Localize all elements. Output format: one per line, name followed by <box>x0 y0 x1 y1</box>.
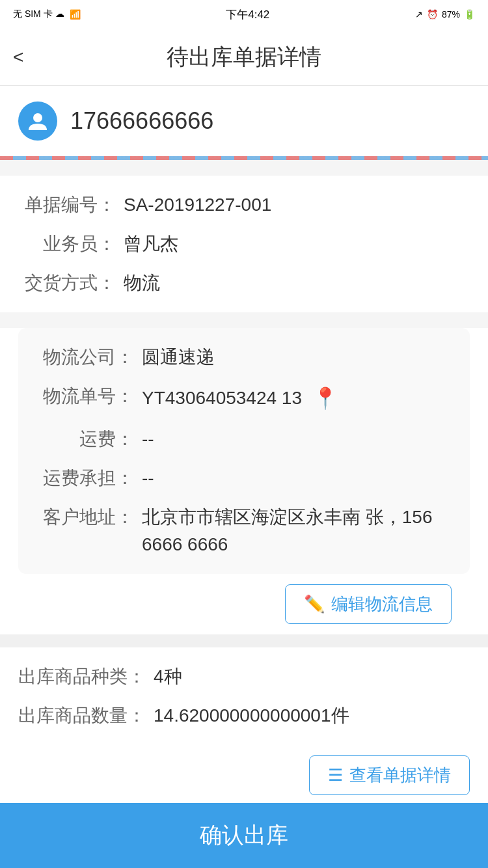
location-status-icon: ↗ <box>415 9 423 20</box>
address-row: 客户地址： 北京市市辖区海淀区永丰南 张，156 6666 6666 <box>36 504 452 558</box>
battery-icon: 🔋 <box>464 9 475 20</box>
status-bar: 无 SIM 卡 ☁ 📶 下午4:42 ↗ ⏰ 87% 🔋 <box>0 0 488 29</box>
order-info-section: 单据编号： SA-20191227-001 业务员： 曾凡杰 交货方式： 物流 <box>0 176 488 312</box>
nav-bar: < 待出库单据详情 <box>0 29 488 86</box>
page-title: 待出库单据详情 <box>167 42 321 72</box>
product-type-value: 4种 <box>154 663 470 690</box>
freight-bearer-label: 运费承担： <box>36 465 134 492</box>
delivery-method-row: 交货方式： 物流 <box>18 269 470 297</box>
customer-phone: 17666666666 <box>70 107 213 135</box>
freight-value: -- <box>142 426 452 453</box>
edit-icon: ✏️ <box>304 594 325 614</box>
location-icon[interactable]: 📍 <box>312 383 338 414</box>
confirm-button[interactable]: 确认出库 <box>0 803 488 868</box>
freight-bearer-value: -- <box>142 465 452 492</box>
dashed-divider <box>0 156 488 160</box>
product-quantity-value: 14.620000000000001件 <box>154 702 470 729</box>
tracking-number-label: 物流单号： <box>36 383 134 410</box>
section-divider <box>0 634 488 647</box>
order-number-row: 单据编号： SA-20191227-001 <box>18 191 470 219</box>
main-container: 无 SIM 卡 ☁ 📶 下午4:42 ↗ ⏰ 87% 🔋 < 待出库单据详情 1… <box>0 0 488 868</box>
order-number-value: SA-20191227-001 <box>124 191 470 219</box>
battery-text: 87% <box>442 9 460 20</box>
status-time: 下午4:42 <box>226 7 269 22</box>
product-type-row: 出库商品种类： 4种 <box>18 663 470 690</box>
freight-row: 运费： -- <box>36 426 452 453</box>
edit-logistics-button[interactable]: ✏️ 编辑物流信息 <box>285 584 452 624</box>
tracking-number-row: 物流单号： YT43064053424 13 📍 <box>36 383 452 414</box>
customer-header: 17666666666 <box>0 86 488 156</box>
view-detail-button[interactable]: ☰ 查看单据详情 <box>309 755 470 795</box>
delivery-method-value: 物流 <box>124 269 470 297</box>
logistics-company-value: 圆通速递 <box>142 344 452 371</box>
product-quantity-row: 出库商品数量： 14.620000000000001件 <box>18 702 470 729</box>
product-quantity-label: 出库商品数量： <box>18 702 146 729</box>
product-type-label: 出库商品种类： <box>18 663 146 690</box>
logistics-card: 物流公司： 圆通速递 物流单号： YT43064053424 13 📍 运费： … <box>18 328 470 574</box>
address-label: 客户地址： <box>36 504 134 531</box>
logistics-company-row: 物流公司： 圆通速递 <box>36 344 452 371</box>
view-detail-container: ☰ 查看单据详情 <box>0 745 488 806</box>
salesman-label: 业务员： <box>18 230 116 258</box>
tracking-number-value: YT43064053424 13 📍 <box>142 383 452 414</box>
avatar <box>18 102 57 141</box>
view-detail-label: 查看单据详情 <box>349 764 451 787</box>
wifi-icon: 📶 <box>70 9 81 20</box>
svg-point-0 <box>33 113 42 122</box>
product-section: 出库商品种类： 4种 出库商品数量： 14.620000000000001件 <box>0 647 488 745</box>
edit-btn-container: ✏️ 编辑物流信息 <box>18 574 470 634</box>
salesman-value: 曾凡杰 <box>124 230 470 258</box>
delivery-method-label: 交货方式： <box>18 269 116 297</box>
status-right: ↗ ⏰ 87% 🔋 <box>415 9 475 20</box>
salesman-row: 业务员： 曾凡杰 <box>18 230 470 258</box>
alarm-icon: ⏰ <box>427 9 438 20</box>
back-button[interactable]: < <box>13 47 23 68</box>
sim-text: 无 SIM 卡 ☁ <box>13 8 64 20</box>
edit-btn-label: 编辑物流信息 <box>331 593 433 616</box>
order-number-label: 单据编号： <box>18 191 116 219</box>
address-value: 北京市市辖区海淀区永丰南 张，156 6666 6666 <box>142 504 452 558</box>
list-icon: ☰ <box>328 765 343 785</box>
logistics-company-label: 物流公司： <box>36 344 134 371</box>
freight-label: 运费： <box>36 426 134 453</box>
freight-bearer-row: 运费承担： -- <box>36 465 452 492</box>
status-left: 无 SIM 卡 ☁ 📶 <box>13 8 81 20</box>
